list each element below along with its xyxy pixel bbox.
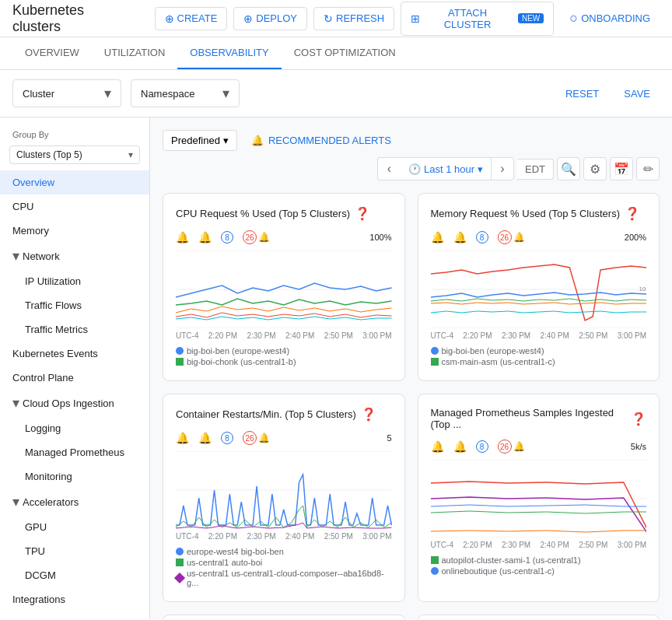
sidebar: Group By Clusters (Top 5) ▾ Overview CPU…	[0, 117, 150, 619]
sidebar-item-overview[interactable]: Overview	[0, 170, 149, 194]
cpu-pct-max: 100%	[369, 233, 391, 242]
alert-bell-2[interactable]: 🔔	[198, 231, 212, 243]
sidebar-item-kubernetes-events[interactable]: Kubernetes Events	[0, 342, 149, 366]
pod-warning-chart: Pod Warning Events (Top 5 Clusters) ❓ 🔔 …	[163, 615, 405, 619]
cpu-chart-svg	[176, 250, 392, 328]
content-toolbar: Predefined ▾ 🔔 RECOMMENDED ALERTS ‹ 🕐 La…	[163, 130, 660, 180]
alert-bell-1[interactable]: 🔔	[176, 231, 189, 243]
calendar-button[interactable]: 📅	[610, 157, 633, 180]
cluster-chevron-icon: ▾	[104, 85, 111, 102]
restarts-time-axis: UTC-42:20 PM2:30 PM2:40 PM2:50 PM3:00 PM	[176, 532, 392, 541]
filter-actions: RESET SAVE	[556, 83, 660, 104]
namespace-dropdown[interactable]: Namespace ▾	[131, 79, 240, 107]
sidebar-section-network[interactable]: ▾ Network	[0, 243, 149, 269]
sidebar-item-memory[interactable]: Memory	[0, 219, 149, 243]
prometheus-alert-bell-2[interactable]: 🔔	[453, 440, 467, 453]
main-layout: Group By Clusters (Top 5) ▾ Overview CPU…	[0, 117, 672, 619]
container-restarts-chart: Container Restarts/Min. (Top 5 Clusters)…	[163, 394, 405, 602]
memory-chart-svg: 100%	[431, 250, 647, 328]
filter-bar: Cluster ▾ Namespace ▾ RESET SAVE	[0, 70, 672, 117]
sidebar-item-monitoring[interactable]: Monitoring	[0, 464, 149, 489]
memory-alert-count-26: 26🔔	[498, 230, 525, 244]
refresh-button[interactable]: ↻ REFRESH	[313, 7, 394, 30]
restarts-alert-bell-2[interactable]: 🔔	[198, 432, 212, 444]
sidebar-section-cloud-ops[interactable]: ▾ Cloud Ops Ingestion	[0, 390, 149, 416]
cluster-dropdown[interactable]: Cluster ▾	[12, 79, 121, 107]
restarts-alert-count-8: 8	[221, 432, 233, 444]
sidebar-item-control-plane[interactable]: Control Plane	[0, 366, 149, 390]
restarts-chart-svg	[176, 451, 392, 529]
sidebar-item-integrations[interactable]: Integrations	[0, 587, 149, 611]
sidebar-item-ip-utilization[interactable]: IP Utilization	[0, 269, 149, 293]
sidebar-section-accelerators[interactable]: ▾ Accelerators	[0, 489, 149, 515]
reset-button[interactable]: RESET	[556, 83, 608, 104]
memory-legend: big-boi-ben (europe-west4) csm-main-asm …	[431, 346, 647, 366]
time-nav: ‹ 🕐 Last 1 hour ▾ ›	[377, 157, 514, 180]
tab-cost-optimization[interactable]: COST OPTIMIZATION	[282, 37, 408, 69]
cpu-time-axis: UTC-42:20 PM2:30 PM2:40 PM2:50 PM3:00 PM	[176, 331, 392, 340]
sidebar-item-logging[interactable]: Logging	[0, 416, 149, 440]
prometheus-alert-bell-1[interactable]: 🔔	[431, 440, 444, 453]
memory-alert-count-8: 8	[476, 231, 488, 243]
memory-help-icon[interactable]: ❓	[625, 206, 640, 221]
tab-utilization[interactable]: UTILIZATION	[92, 37, 177, 69]
group-by-chevron-icon: ▾	[128, 149, 133, 160]
deploy-button[interactable]: ⊕ DEPLOY	[233, 7, 307, 30]
sidebar-item-gpu[interactable]: GPU	[0, 515, 149, 539]
group-by-label: Group By	[0, 124, 149, 142]
tab-observability[interactable]: OBSERVABILITY	[177, 37, 281, 69]
settings-button[interactable]: ⚙	[583, 157, 607, 180]
save-button[interactable]: SAVE	[614, 83, 660, 104]
attach-cluster-button[interactable]: ⊞ ATTACH CLUSTER NEW	[401, 2, 554, 36]
edit-button[interactable]: ✏	[636, 157, 660, 180]
page-title: Kubernetes clusters	[12, 2, 136, 35]
sidebar-item-tpu[interactable]: TPU	[0, 539, 149, 563]
time-chevron-icon: ▾	[478, 163, 483, 175]
restarts-y-max: 5	[387, 433, 391, 443]
prometheus-legend: autopilot-cluster-sami-1 (us-central1) o…	[431, 555, 647, 576]
svg-text:100%: 100%	[639, 285, 646, 292]
restarts-help-icon[interactable]: ❓	[361, 407, 376, 422]
refresh-icon: ↻	[324, 12, 333, 25]
container-restarts-title: Container Restarts/Min. (Top 5 Clusters)…	[176, 407, 392, 422]
sidebar-item-cpu[interactable]: CPU	[0, 194, 149, 219]
cluster-label: Cluster	[23, 88, 54, 100]
predefined-button[interactable]: Predefined ▾	[163, 130, 237, 151]
time-next-button[interactable]: ›	[491, 157, 514, 180]
memory-request-chart: Memory Request % Used (Top 5 Clusters) ❓…	[418, 193, 660, 381]
app-header: Kubernetes clusters ⊕ CREATE ⊕ DEPLOY ↻ …	[0, 0, 672, 37]
calendar-icon: 📅	[614, 162, 629, 177]
managed-prometheus-chart: Managed Prometheus Samples Ingested (Top…	[418, 394, 660, 602]
cpu-request-title: CPU Request % Used (Top 5 Clusters) ❓	[176, 206, 392, 221]
prometheus-help-icon[interactable]: ❓	[631, 412, 646, 426]
expand-icon-cloud-ops: ▾	[12, 394, 19, 412]
create-button[interactable]: ⊕ CREATE	[155, 7, 228, 30]
expand-icon: ▾	[12, 247, 19, 264]
sidebar-item-traffic-metrics[interactable]: Traffic Metrics	[0, 317, 149, 342]
tab-overview[interactable]: OVERVIEW	[12, 37, 92, 69]
search-button[interactable]: 🔍	[557, 157, 580, 180]
sidebar-item-managed-prometheus[interactable]: Managed Prometheus	[0, 440, 149, 464]
timezone-button[interactable]: EDT	[517, 159, 554, 180]
memory-time-axis: UTC-42:20 PM2:30 PM2:40 PM2:50 PM3:00 PM	[431, 331, 647, 340]
container-error-logs-chart: Container Error Logs/Sec. (Top 5 Cluster…	[418, 615, 660, 619]
restarts-alert-count-26: 26🔔	[243, 431, 270, 445]
prometheus-chart-svg	[431, 460, 647, 538]
time-prev-button[interactable]: ‹	[377, 157, 401, 180]
memory-alert-bell-1[interactable]: 🔔	[431, 231, 444, 243]
help-icon[interactable]: ❓	[355, 206, 370, 221]
memory-alert-bell-2[interactable]: 🔔	[453, 231, 467, 243]
prometheus-alert-count-8: 8	[476, 440, 488, 453]
time-range-button[interactable]: 🕐 Last 1 hour ▾	[401, 157, 491, 180]
tab-bar: OVERVIEW UTILIZATION OBSERVABILITY COST …	[0, 37, 672, 70]
namespace-chevron-icon: ▾	[222, 85, 229, 102]
prometheus-y-max: 5k/s	[631, 442, 646, 451]
alert-count-8: 8	[221, 231, 233, 243]
new-badge: NEW	[518, 13, 544, 23]
onboarding-button[interactable]: ○ ONBOARDING	[560, 5, 660, 31]
restarts-alert-bell-1[interactable]: 🔔	[176, 432, 189, 444]
sidebar-item-dcgm[interactable]: DCGM	[0, 563, 149, 587]
sidebar-item-traffic-flows[interactable]: Traffic Flows	[0, 293, 149, 317]
recommended-alerts-button[interactable]: 🔔 RECOMMENDED ALERTS	[243, 131, 399, 150]
group-by-dropdown[interactable]: Clusters (Top 5) ▾	[0, 142, 149, 170]
